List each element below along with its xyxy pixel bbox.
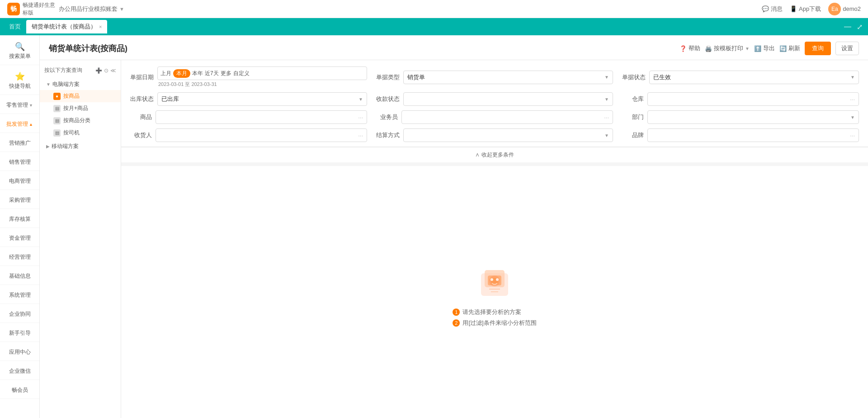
svg-point-8 — [496, 278, 499, 281]
bill-type-label: 单据类型 — [376, 73, 403, 81]
scheme-collapse-button[interactable]: ≪ — [110, 67, 116, 74]
logo-area: 畅 畅捷通好生意 标版 — [7, 1, 55, 17]
sidebar-item-stock[interactable]: 库存核算 — [0, 209, 39, 228]
filter-salesperson-field: 业务员 ··· — [376, 110, 613, 124]
salesperson-label: 业务员 — [376, 113, 401, 121]
date-tab-more[interactable]: 更多 — [221, 70, 231, 77]
salesperson-input[interactable]: ··· — [401, 110, 613, 124]
finance-label: 资金管理 — [2, 234, 38, 242]
sidebar-item-finance[interactable]: 资金管理 — [0, 228, 39, 247]
download-icon: 📱 — [790, 5, 797, 12]
date-tab-custom[interactable]: 自定义 — [233, 70, 250, 77]
filter-recv-status-field: 收款状态 ▼ — [376, 92, 613, 106]
scheme-add-button[interactable]: ➕ — [95, 67, 102, 74]
sidebar-item-quick-nav[interactable]: ⭐ 快捷导航 — [0, 65, 39, 95]
scheme-item-by-month-goods[interactable]: ▤ 按月+商品 — [40, 102, 121, 114]
pc-group-label: 电脑端方案 — [52, 81, 80, 88]
scheme-group-pc-title[interactable]: ▼ 电脑端方案 — [40, 79, 121, 90]
breadcrumb-arrow-icon[interactable]: ▼ — [119, 6, 124, 12]
warehouse-input[interactable]: ··· — [647, 92, 859, 106]
template-print-button[interactable]: 🖨️ 按模板打印 ▼ — [705, 44, 750, 52]
sidebar-item-ops[interactable]: 经营管理 — [0, 247, 39, 266]
sidebar-item-purchase[interactable]: 采购管理 — [0, 190, 39, 209]
filter-brand-field: 品牌 ··· — [622, 128, 859, 142]
date-range-display: 2023-03-01 至 2023-03-31 — [157, 81, 367, 88]
sidebar-item-ecom[interactable]: 电商管理 — [0, 171, 39, 190]
scheme-panel-title: 按以下方案查询 — [44, 66, 82, 74]
export-button[interactable]: ⬆️ 导出 — [754, 44, 775, 52]
receiver-input[interactable]: ··· — [156, 128, 367, 142]
newbie-label: 新手引导 — [2, 329, 38, 337]
goods-label: 商品 — [130, 113, 156, 121]
search-menu-label: 搜索菜单 — [2, 52, 38, 60]
bill-type-input[interactable]: 销货单 ▼ — [403, 71, 613, 84]
refresh-button[interactable]: 🔄 刷新 — [779, 44, 800, 52]
scheme-panel: 按以下方案查询 ➕ ⊙ ≪ ▼ 电脑端方案 ● 按商品 — [40, 60, 121, 418]
query-button[interactable]: 查询 — [805, 42, 831, 55]
sidebar-item-search-menu[interactable]: 🔍 搜索菜单 — [0, 35, 39, 65]
empty-tip-2: 2 用[过滤]条件来缩小分析范围 — [453, 319, 536, 327]
date-tab-last-month[interactable]: 上月 — [160, 70, 171, 77]
ops-label: 经营管理 — [2, 253, 38, 261]
tab-bar: 首页 销货单统计表（按商品） × — ⤢ — [0, 18, 868, 35]
by-goods-label: 按商品 — [63, 92, 80, 100]
message-button[interactable]: 💬 消息 — [762, 5, 783, 13]
sidebar-item-newbie[interactable]: 新手引导 — [0, 323, 39, 342]
purchase-label: 采购管理 — [2, 196, 38, 204]
scheme-circle-button[interactable]: ⊙ — [104, 67, 108, 74]
scheme-item-by-cashier[interactable]: ▤ 按司机 — [40, 127, 121, 139]
brand-label: 品牌 — [622, 131, 647, 139]
help-icon: ❓ — [679, 45, 687, 52]
sidebar-item-member[interactable]: 畅会员 — [0, 380, 39, 399]
department-arrow-icon: ▼ — [850, 115, 855, 120]
sidebar-item-apps[interactable]: 应用中心 — [0, 342, 39, 361]
filter-out-status-field: 出库状态 已出库 ▼ — [130, 92, 367, 106]
filter-receiver-field: 收货人 ··· — [130, 128, 367, 142]
goods-dots-icon: ··· — [358, 114, 363, 121]
goods-input[interactable]: ··· — [156, 110, 367, 124]
sidebar-item-corp[interactable]: 企业协同 — [0, 304, 39, 323]
help-button[interactable]: ❓ 帮助 — [679, 44, 700, 52]
department-input[interactable]: ▼ — [647, 110, 859, 124]
sidebar-item-marketing[interactable]: 营销推广 — [0, 133, 39, 152]
sidebar-item-wholesale[interactable]: 批发管理 ▲ — [0, 114, 39, 133]
scheme-group-mobile-title[interactable]: ▶ 移动端方案 — [40, 141, 121, 152]
settlement-input[interactable]: ▼ — [403, 128, 613, 142]
sidebar-item-retail[interactable]: 零售管理 ▼ — [0, 95, 39, 114]
out-status-input[interactable]: 已出库 ▼ — [157, 92, 367, 106]
date-filter-control[interactable]: 上月 本月 本年 近7天 更多 自定义 — [157, 66, 367, 80]
sidebar-item-base[interactable]: 基础信息 — [0, 266, 39, 285]
sidebar-item-wechat[interactable]: 企业微信 — [0, 361, 39, 380]
by-month-goods-label: 按月+商品 — [63, 104, 88, 112]
recv-status-input[interactable]: ▼ — [403, 92, 613, 106]
tab-minimize-button[interactable]: — — [842, 23, 853, 31]
page-actions: ❓ 帮助 🖨️ 按模板打印 ▼ ⬆️ 导出 🔄 刷新 — [679, 42, 859, 55]
sidebar-item-sales[interactable]: 销售管理 — [0, 152, 39, 171]
scheme-panel-header: 按以下方案查询 ➕ ⊙ ≪ — [40, 64, 121, 77]
tab-sales-stat[interactable]: 销货单统计表（按商品） × — [26, 20, 107, 33]
date-tab-this-year[interactable]: 本年 — [192, 70, 203, 77]
filter-bill-type-field: 单据类型 销货单 ▼ — [376, 66, 613, 88]
scheme-item-by-goods-cat[interactable]: ▤ 按商品分类 — [40, 114, 121, 127]
settings-button[interactable]: 设置 — [835, 42, 859, 55]
date-tab-this-month[interactable]: 本月 — [173, 69, 190, 78]
recv-status-arrow-icon: ▼ — [604, 97, 609, 102]
tab-close-icon[interactable]: × — [99, 24, 102, 29]
brand-input[interactable]: ··· — [647, 128, 859, 142]
wechat-label: 企业微信 — [2, 367, 38, 375]
sys-label: 系统管理 — [2, 291, 38, 299]
filter-date-field: 单据日期 上月 本月 本年 近7天 更多 自定义 20 — [130, 66, 367, 88]
sidebar-item-sys[interactable]: 系统管理 — [0, 285, 39, 304]
app-download-button[interactable]: 📱 App下载 — [790, 5, 821, 13]
user-menu[interactable]: Ea demo2 — [828, 3, 861, 15]
scheme-item-by-goods[interactable]: ● 按商品 — [40, 90, 121, 102]
marketing-label: 营销推广 — [2, 139, 38, 147]
tab-maximize-button[interactable]: ⤢ — [855, 23, 864, 31]
filter-settlement-field: 结算方式 ▼ — [376, 128, 613, 142]
bill-status-input[interactable]: 已生效 ▼ — [649, 71, 859, 84]
date-tab-7days[interactable]: 近7天 — [205, 70, 219, 77]
base-label: 基础信息 — [2, 272, 38, 280]
filter-section: 单据日期 上月 本月 本年 近7天 更多 自定义 20 — [121, 60, 868, 147]
tab-home[interactable]: 首页 — [4, 20, 26, 33]
collapse-bar[interactable]: ∧ 收起更多条件 — [121, 147, 868, 162]
